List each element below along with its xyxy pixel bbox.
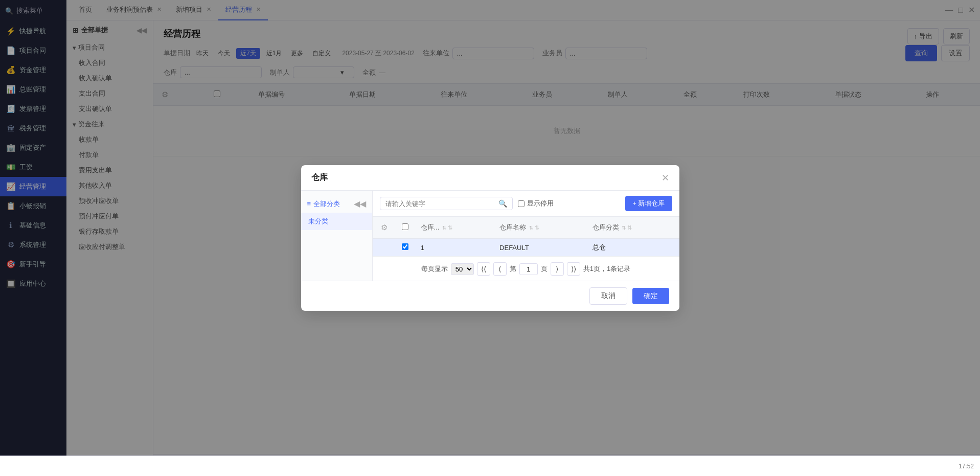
sidebar-collapse-btn[interactable]: ◀◀	[354, 199, 366, 209]
modal-table-footer: 每页显示 50 ⟨⟨ ⟨ 第 页 ⟩ ⟩⟩ 共1页，1条记录	[373, 257, 679, 281]
taskbar-right: 17:52	[959, 463, 974, 470]
row-checkbox[interactable]	[396, 239, 415, 257]
modal-page-input[interactable]	[519, 263, 538, 275]
modal-col-id[interactable]: 仓库... ⇅	[415, 217, 494, 239]
modal-sidebar: ≡ 全部分类 ◀◀ 未分类	[301, 191, 373, 281]
modal-body: ≡ 全部分类 ◀◀ 未分类 🔍	[301, 191, 679, 281]
row-id: 1	[415, 239, 494, 257]
modal-total-records: 共1页，1条记录	[583, 264, 630, 274]
modal-per-page-select[interactable]: 50	[451, 263, 474, 275]
modal-col-category[interactable]: 仓库分类 ⇅	[586, 217, 679, 239]
modal-footer: 取消 确定	[301, 281, 679, 311]
modal-main: 🔍 显示停用 + 新增仓库 ⚙	[373, 191, 679, 281]
modal-title: 仓库	[311, 172, 328, 183]
modal-table-body: 1 DEFAULT 总仓	[373, 239, 679, 257]
modal-col-gear[interactable]: ⚙	[373, 217, 396, 239]
modal-first-page[interactable]: ⟨⟨	[477, 262, 490, 276]
modal-col-name[interactable]: 仓库名称 ⇅	[493, 217, 586, 239]
taskbar-time: 17:52	[959, 463, 974, 470]
modal-prev-page[interactable]: ⟨	[493, 262, 507, 276]
row-code: DEFAULT	[493, 239, 586, 257]
confirm-button[interactable]: 确定	[632, 288, 669, 304]
table-gear-btn[interactable]: ⚙	[379, 221, 390, 234]
show-disabled-checkbox[interactable]: 显示停用	[518, 199, 554, 208]
modal-overlay: 仓库 ✕ ≡ 全部分类 ◀◀ 未分类	[0, 0, 980, 476]
search-box[interactable]: 🔍	[380, 197, 513, 210]
warehouse-modal: 仓库 ✕ ≡ 全部分类 ◀◀ 未分类	[301, 165, 679, 311]
row-gear	[373, 239, 396, 257]
taskbar: 17:52	[0, 456, 980, 476]
row-name: 总仓	[586, 239, 679, 257]
modal-category-header[interactable]: ≡ 全部分类 ◀◀	[301, 195, 372, 213]
modal-header: 仓库 ✕	[301, 165, 679, 191]
search-input[interactable]	[385, 200, 498, 208]
modal-toolbar: 🔍 显示停用 + 新增仓库	[373, 191, 679, 217]
modal-table: ⚙ 仓库... ⇅ 仓库名称 ⇅ 仓库分类 ⇅ 1	[373, 217, 679, 257]
modal-next-page[interactable]: ⟩	[551, 262, 564, 276]
category-icon: ≡	[307, 200, 311, 208]
modal-last-page[interactable]: ⟩⟩	[567, 262, 580, 276]
table-row[interactable]: 1 DEFAULT 总仓	[373, 239, 679, 257]
modal-col-checkbox[interactable]	[396, 217, 415, 239]
modal-close-button[interactable]: ✕	[662, 173, 669, 183]
uncategorized-item[interactable]: 未分类	[301, 213, 372, 230]
search-icon: 🔍	[498, 199, 507, 208]
modal-table-wrap: ⚙ 仓库... ⇅ 仓库名称 ⇅ 仓库分类 ⇅ 1	[373, 217, 679, 257]
disabled-checkbox[interactable]	[518, 200, 525, 207]
cancel-button[interactable]: 取消	[589, 287, 627, 305]
select-all-checkbox[interactable]	[402, 223, 408, 230]
add-warehouse-button[interactable]: + 新增仓库	[625, 196, 672, 211]
